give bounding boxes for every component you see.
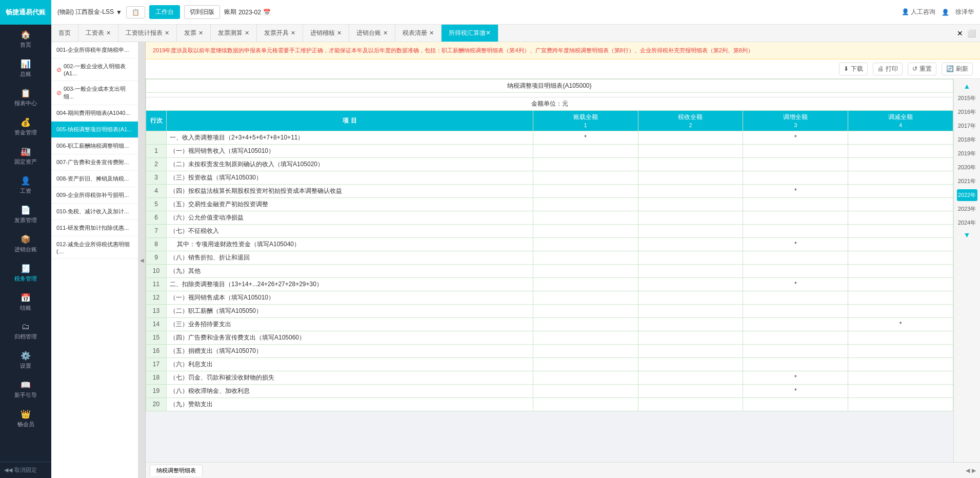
cell-decrease[interactable] bbox=[848, 197, 953, 211]
cell-decrease[interactable] bbox=[848, 264, 953, 277]
refresh-btn[interactable]: 🔄 刷新 bbox=[942, 63, 973, 75]
sidebar-item-finance[interactable]: 💰 资金管理 bbox=[0, 112, 51, 142]
company-selector[interactable]: (物副) 江西股金-LSS ▼ bbox=[57, 8, 122, 16]
scroll-left-icon[interactable]: ◀ bbox=[966, 467, 970, 474]
cell-tax[interactable] bbox=[638, 384, 743, 397]
close-icon[interactable]: ✕ bbox=[429, 30, 434, 36]
form-item-003[interactable]: ⊘ 003-一般企业成本支出明细... bbox=[51, 81, 138, 105]
help-btn[interactable]: 👤 人工咨询 bbox=[902, 8, 935, 16]
close-icon[interactable]: ✕ bbox=[198, 30, 203, 36]
cell-increase[interactable] bbox=[743, 197, 848, 211]
tab-home[interactable]: 首页 bbox=[51, 25, 78, 42]
cell-booked[interactable] bbox=[533, 264, 638, 277]
cell-tax[interactable] bbox=[638, 171, 743, 184]
sidebar-item-reports[interactable]: 📋 报表中心 bbox=[0, 83, 51, 112]
form-item-010[interactable]: 010-免税、减计收入及加计... bbox=[51, 204, 138, 220]
switch-old-btn[interactable]: 切到旧版 bbox=[184, 5, 220, 19]
cell-booked[interactable] bbox=[533, 237, 638, 251]
sidebar-item-close-books[interactable]: 📅 结账 bbox=[0, 288, 51, 317]
cell-increase[interactable] bbox=[743, 317, 848, 331]
form-item-004[interactable]: 004-期间费用明细表(A1040... bbox=[51, 105, 138, 122]
cell-tax[interactable] bbox=[638, 371, 743, 384]
tab-invoice-issue[interactable]: 发票开具 ✕ bbox=[257, 25, 303, 42]
form-item-009[interactable]: 009-企业所得税弥补亏损明... bbox=[51, 187, 138, 204]
cell-tax[interactable] bbox=[638, 291, 743, 304]
tab-salary-report[interactable]: 工资统计报表 ✕ bbox=[118, 25, 177, 42]
close-icon[interactable]: ✕ bbox=[383, 30, 388, 36]
cell-increase[interactable] bbox=[743, 251, 848, 264]
cell-booked[interactable] bbox=[533, 331, 638, 344]
cell-increase[interactable] bbox=[743, 211, 848, 224]
cell-tax[interactable] bbox=[638, 131, 743, 144]
cell-booked[interactable] bbox=[533, 277, 638, 291]
sidebar-item-assets[interactable]: 🏭 固定资产 bbox=[0, 142, 51, 171]
year-2017[interactable]: 2017年 bbox=[957, 120, 977, 132]
cell-tax[interactable] bbox=[638, 344, 743, 357]
year-2016[interactable]: 2016年 bbox=[957, 106, 977, 118]
tab-income-tax[interactable]: 所得税汇算缴✕ bbox=[442, 25, 498, 42]
cell-tax[interactable] bbox=[638, 237, 743, 251]
sidebar-item-vip[interactable]: 👑 畅会员 bbox=[0, 404, 51, 433]
year-2020[interactable]: 2020年 bbox=[957, 162, 977, 173]
form-item-001[interactable]: 001-企业所得税年度纳税申... bbox=[51, 42, 138, 58]
form-item-006[interactable]: 006-职工薪酬纳税调整明细... bbox=[51, 138, 138, 154]
year-2021[interactable]: 2021年 bbox=[957, 175, 977, 187]
cell-booked[interactable] bbox=[533, 384, 638, 397]
tab-salary[interactable]: 工资表 ✕ bbox=[78, 25, 118, 42]
form-item-005[interactable]: 005-纳税调整项目明细表(A1... bbox=[51, 122, 138, 138]
copy-btn[interactable]: 📋 bbox=[126, 6, 145, 18]
cell-decrease[interactable] bbox=[848, 397, 953, 411]
cell-tax[interactable] bbox=[638, 277, 743, 291]
cell-increase[interactable]: * bbox=[743, 131, 848, 144]
cell-decrease[interactable] bbox=[848, 237, 953, 251]
cell-increase[interactable] bbox=[743, 357, 848, 371]
cell-decrease[interactable] bbox=[848, 184, 953, 197]
cell-increase[interactable] bbox=[743, 291, 848, 304]
cell-booked[interactable] bbox=[533, 171, 638, 184]
cell-booked[interactable] bbox=[533, 357, 638, 371]
cell-tax[interactable] bbox=[638, 251, 743, 264]
cell-decrease[interactable] bbox=[848, 371, 953, 384]
cell-booked[interactable] bbox=[533, 197, 638, 211]
cell-increase[interactable] bbox=[743, 157, 848, 171]
cell-increase[interactable]: * bbox=[743, 277, 848, 291]
year-up-btn[interactable]: ▲ bbox=[963, 81, 972, 91]
cell-increase[interactable]: * bbox=[743, 237, 848, 251]
year-2019[interactable]: 2019年 bbox=[957, 148, 977, 160]
cell-booked[interactable] bbox=[533, 211, 638, 224]
cell-decrease[interactable] bbox=[848, 224, 953, 237]
cell-tax[interactable] bbox=[638, 397, 743, 411]
cell-decrease[interactable] bbox=[848, 211, 953, 224]
cell-increase[interactable]: * bbox=[743, 384, 848, 397]
sidebar-item-home[interactable]: 🏠 首页 bbox=[0, 25, 51, 54]
cell-booked[interactable] bbox=[533, 224, 638, 237]
sidebar-item-salary[interactable]: 👤 工资 bbox=[0, 171, 51, 200]
close-icon[interactable]: ✕ bbox=[165, 30, 169, 36]
close-icon[interactable]: ✕ bbox=[245, 30, 249, 36]
cell-increase[interactable] bbox=[743, 224, 848, 237]
download-btn[interactable]: ⬇ 下载 bbox=[839, 63, 868, 75]
scroll-right-icon[interactable]: ▶ bbox=[972, 467, 976, 474]
cell-increase[interactable] bbox=[743, 171, 848, 184]
bottom-tab-tax-adjustment[interactable]: 纳税调整明细表 bbox=[150, 465, 203, 476]
cell-decrease[interactable] bbox=[848, 291, 953, 304]
cell-decrease[interactable] bbox=[848, 357, 953, 371]
cell-booked[interactable] bbox=[533, 157, 638, 171]
sidebar-item-settings[interactable]: ⚙️ 设置 bbox=[0, 346, 51, 375]
cell-decrease[interactable] bbox=[848, 304, 953, 317]
tab-tax-forms[interactable]: 税表清册 ✕ bbox=[395, 25, 442, 42]
year-2022[interactable]: 2022年 bbox=[957, 189, 977, 201]
cell-booked[interactable] bbox=[533, 291, 638, 304]
tab-invoice[interactable]: 发票 ✕ bbox=[177, 25, 211, 42]
panel-collapse-arrow[interactable]: ◀ bbox=[138, 42, 146, 478]
cell-decrease[interactable] bbox=[848, 171, 953, 184]
cell-decrease[interactable] bbox=[848, 251, 953, 264]
year-down-btn[interactable]: ▼ bbox=[963, 230, 972, 240]
cell-increase[interactable]: * bbox=[743, 371, 848, 384]
cell-increase[interactable]: * bbox=[743, 184, 848, 197]
cell-increase[interactable] bbox=[743, 344, 848, 357]
cell-tax[interactable] bbox=[638, 184, 743, 197]
year-2023[interactable]: 2023年 bbox=[957, 203, 977, 215]
cell-decrease[interactable] bbox=[848, 277, 953, 291]
pin-toggle[interactable]: ◀◀ 取消固定 bbox=[0, 462, 51, 478]
